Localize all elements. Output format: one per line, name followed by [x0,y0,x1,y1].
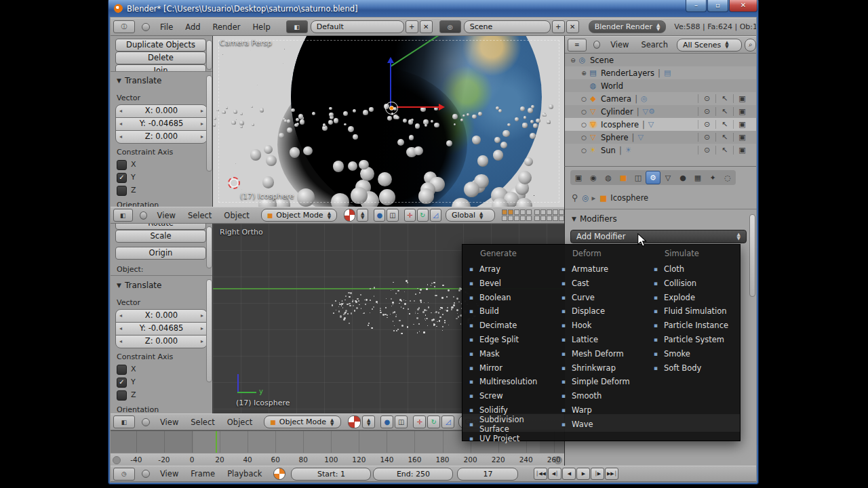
menu-item-curve[interactable]: ▪Curve [561,291,648,304]
transform-orientation-selector[interactable]: Global ▲▼ [446,209,495,222]
constraint-axis-checkbox-y[interactable]: ✓ [117,173,127,183]
layer-cell[interactable] [540,209,546,215]
menu-item-particle-system[interactable]: ▪Particle System [654,333,741,346]
menu-item-decimate[interactable]: ▪Decimate [469,319,556,332]
expand-icon[interactable]: ○ [580,108,588,115]
manipulator-rotate-icon[interactable]: ↻ [417,209,429,222]
selectability-arrow-icon[interactable]: ↖ [715,107,733,116]
editor-type-3dview-icon[interactable]: ◧ [113,209,133,222]
editor-type-outliner-icon[interactable]: ≡ [568,39,587,52]
menu-item-mask[interactable]: ▪Mask [469,347,556,361]
menu-item-displace[interactable]: ▪Displace [561,304,648,318]
increment-arrow-icon[interactable]: ▸ [201,118,203,129]
shading-dropdown-arrows[interactable]: ▲▼ [362,415,375,428]
panel-collapse-triangle[interactable]: ▼ [572,216,576,222]
modifiers-panel-header[interactable]: ▼ Modifiers [572,214,617,224]
layer-cell[interactable] [547,209,552,215]
maximize-button[interactable]: ▫ [707,0,728,12]
join-button[interactable]: Join [115,64,206,71]
editor-type-info-icon[interactable]: ⓘ [113,20,135,33]
increment-arrow-icon[interactable]: ▸ [201,336,203,347]
decrement-arrow-icon[interactable]: ◂ [119,336,122,347]
vector-field-y[interactable]: ◂Y: -0.04685▸ [115,322,208,336]
layers-grid-left[interactable] [502,209,532,221]
menu-item-screw[interactable]: ▪Screw [469,389,556,403]
layer-cell[interactable] [526,209,532,215]
delete-button[interactable]: Delete [115,52,206,64]
properties-tab-constraints[interactable]: ◫ [631,171,646,184]
layer-cell[interactable] [553,216,558,221]
current-frame-marker[interactable] [216,431,217,453]
menu-render[interactable]: Render [213,22,241,32]
outliner-row-camera[interactable]: ○◆Camera|◎⊙↖▣ [565,92,756,105]
expand-icon[interactable]: ○ [580,96,588,102]
jump-to-end-button[interactable]: ▶▶│ [605,468,618,480]
menu-item-fluid-simulation[interactable]: ▪Fluid Simulation [654,304,741,318]
manipulator-translate-icon[interactable]: ✛ [413,415,426,428]
constraint-axis-checkbox-z[interactable] [117,390,127,401]
add-layout-button[interactable]: + [406,20,418,33]
menu-frame[interactable]: Frame [191,469,215,479]
add-scene-button[interactable]: + [552,20,565,33]
increment-arrow-icon[interactable]: ▸ [201,323,203,334]
menu-playback[interactable]: Playback [227,469,262,479]
render-toggle-icon[interactable]: ▣ [733,120,751,129]
menu-view[interactable]: View [157,211,176,220]
layer-cell[interactable] [502,216,507,221]
selectability-arrow-icon[interactable]: ↖ [715,133,733,142]
menu-item-warp[interactable]: ▪Warp [561,403,648,417]
vector-field-x[interactable]: ◂X: 0.000▸ [115,309,208,323]
vector-field-z[interactable]: ◂Z: 0.000▸ [115,130,208,144]
layer-cell[interactable] [559,216,564,221]
selectability-arrow-icon[interactable]: ↖ [715,120,733,129]
mode-selector[interactable]: ■ Object Mode ▲▼ [261,209,337,222]
layers-grid-right[interactable] [534,209,564,221]
menu-object[interactable]: Object [227,418,252,427]
increment-arrow-icon[interactable]: ▸ [201,310,203,321]
outliner-row-icosphere[interactable]: ○▽Icosphere|▽⊙↖▣ [565,118,756,131]
menu-item-armature[interactable]: ▪Armature [561,262,648,276]
menu-item-mesh-deform[interactable]: ▪Mesh Deform [561,347,648,361]
properties-tab-material[interactable]: ● [675,171,690,184]
menu-item-collision[interactable]: ▪Collision [654,277,741,290]
decrement-arrow-icon[interactable]: ◂ [119,131,122,142]
layer-cell[interactable] [508,209,513,215]
properties-tab-modifiers[interactable]: ⚙ [646,171,660,184]
snap-target-icon[interactable]: ◫ [387,209,398,222]
menu-select[interactable]: Select [188,211,212,220]
translate-panel-header[interactable]: ▼Translate [117,76,161,85]
menu-item-uv-project[interactable]: ▪UV Project [469,432,556,445]
layer-cell[interactable] [526,216,532,221]
menu-item-multiresolution[interactable]: ▪Multiresolution [469,375,556,388]
snap-element-icon[interactable]: ● [374,209,385,222]
layer-cell[interactable] [520,209,526,215]
expand-icon[interactable]: ⊕ [580,70,588,77]
header-collapse-dot[interactable] [142,470,150,478]
expand-icon[interactable]: ○ [580,147,588,154]
properties-tab-texture[interactable]: ▦ [690,171,705,184]
panel-collapse-triangle[interactable]: ▼ [117,282,121,289]
menu-item-shrinkwrap[interactable]: ▪Shrinkwrap [561,361,648,375]
expand-icon[interactable]: ⊖ [569,57,577,64]
header-collapse-dot[interactable] [142,23,150,31]
properties-tab-particles[interactable]: ✦ [705,171,720,184]
layer-cell[interactable] [514,216,519,221]
render-toggle-icon[interactable]: ▣ [733,107,751,116]
properties-tab-world[interactable]: ◍ [601,171,616,184]
manipulator-x-axis[interactable] [397,106,439,108]
outliner-row-sun[interactable]: ○☀Sun|☀⊙↖▣ [565,144,756,157]
outliner-scope-selector[interactable]: All Scenes ▲▼ [677,39,743,52]
menu-view[interactable]: View [610,40,629,49]
snap-element-icon[interactable]: ● [380,415,393,428]
menu-item-hook[interactable]: ▪Hook [561,319,648,332]
menu-item-cloth[interactable]: ▪Cloth [654,262,741,276]
next-keyframe-button[interactable]: │▶ [591,468,604,480]
minimize-button[interactable]: – [686,0,707,12]
render-toggle-icon[interactable]: ▣ [733,133,751,142]
panel-scrollbar[interactable] [206,279,212,382]
editor-type-timeline-icon[interactable]: ◷ [113,468,135,481]
decrement-arrow-icon[interactable]: ◂ [119,310,122,321]
properties-tab-scene[interactable]: ◉ [586,171,601,184]
vector-field-x[interactable]: ◂X: 0.000▸ [115,104,208,118]
panel-scrollbar[interactable] [206,75,212,171]
